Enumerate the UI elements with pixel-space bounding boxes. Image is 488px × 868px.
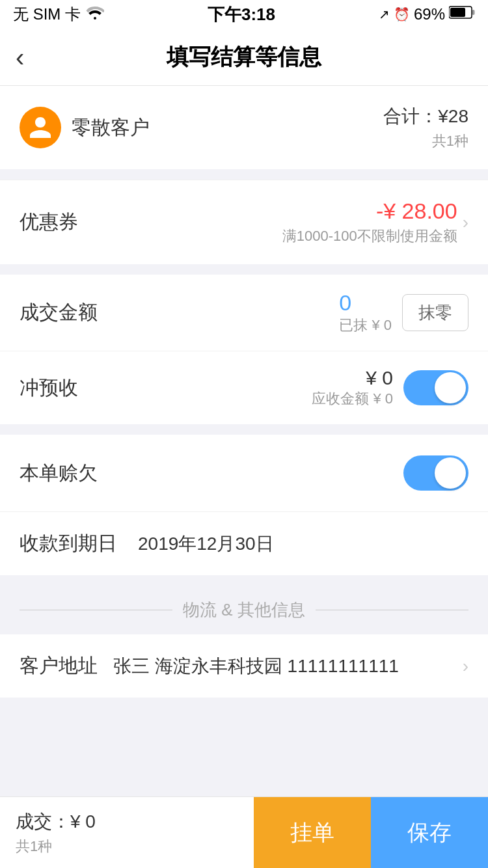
customer-count: 共1种 xyxy=(383,131,468,151)
advance-toggle[interactable] xyxy=(403,370,468,405)
content-area: 零散客户 合计：¥28 共1种 优惠券 -¥ 28.00 满1000-100不限… xyxy=(0,86,488,786)
page-title: 填写结算等信息 xyxy=(167,42,321,72)
customer-name: 零散客户 xyxy=(72,115,150,141)
status-left: 无 SIM 卡 xyxy=(13,4,104,25)
coupon-right: -¥ 28.00 满1000-100不限制使用金额 › xyxy=(282,198,468,246)
customer-card: 零散客户 合计：¥28 共1种 xyxy=(0,86,488,169)
round-zero-button[interactable]: 抹零 xyxy=(402,294,468,331)
avatar xyxy=(20,107,61,148)
battery-label: 69% xyxy=(414,5,445,23)
back-button[interactable]: ‹ xyxy=(16,44,24,70)
status-time: 下午3:18 xyxy=(208,3,275,26)
transaction-label: 成交金额 xyxy=(20,299,98,326)
bottom-deal: 成交：¥ 0 xyxy=(16,809,238,834)
network-label: 无 SIM 卡 xyxy=(13,4,81,25)
transaction-card: 成交金额 0 已抹 ¥ 0 抹零 冲预收 ¥ 0 应收金额 ¥ 0 xyxy=(0,275,488,424)
address-label: 客户地址 xyxy=(20,653,98,679)
due-date-value: 2019年12月30日 xyxy=(138,532,274,556)
coupon-card[interactable]: 优惠券 -¥ 28.00 满1000-100不限制使用金额 › xyxy=(0,180,488,264)
toggle-knob xyxy=(435,372,466,403)
bottom-buttons: 挂单 保存 xyxy=(254,797,488,868)
bottom-bar: 成交：¥ 0 共1种 挂单 保存 xyxy=(0,796,488,868)
address-value: 张三 海淀永丰科技园 11111111111 xyxy=(113,654,456,679)
location-icon: ↗ xyxy=(379,7,390,22)
advance-value: ¥ 0 xyxy=(312,367,393,389)
debt-toggle[interactable] xyxy=(403,455,468,491)
coupon-label: 优惠券 xyxy=(20,209,78,236)
wifi-icon xyxy=(86,5,104,23)
svg-rect-1 xyxy=(472,10,474,15)
customer-total: 合计：¥28 xyxy=(383,104,468,129)
customer-left: 零散客户 xyxy=(20,107,150,148)
customer-row: 零散客户 合计：¥28 共1种 xyxy=(0,86,488,169)
debt-label: 本单赊欠 xyxy=(20,460,98,487)
nav-bar: ‹ 填写结算等信息 xyxy=(0,29,488,86)
status-right: ↗ ⏰ 69% xyxy=(379,5,475,23)
coupon-chevron-icon: › xyxy=(463,212,468,233)
advance-right: ¥ 0 应收金额 ¥ 0 xyxy=(312,367,468,409)
battery-icon xyxy=(449,5,475,23)
address-chevron-icon: › xyxy=(463,656,468,677)
bottom-deal-label: 成交： xyxy=(16,811,70,832)
advance-label: 冲预收 xyxy=(20,375,78,401)
address-row[interactable]: 客户地址 张三 海淀永丰科技园 11111111111 › xyxy=(0,634,488,698)
customer-right: 合计：¥28 共1种 xyxy=(383,104,468,151)
transaction-right: 0 已抹 ¥ 0 抹零 xyxy=(339,290,468,335)
transaction-row: 成交金额 0 已抹 ¥ 0 抹零 xyxy=(0,275,488,351)
debt-toggle-knob xyxy=(435,457,466,489)
due-date-row: 收款到期日 2019年12月30日 xyxy=(0,511,488,575)
logistics-label: 物流 & 其他信息 xyxy=(172,599,316,621)
save-button[interactable]: 保存 xyxy=(371,797,488,868)
transaction-sub: 已抹 ¥ 0 xyxy=(339,316,392,335)
transaction-value: 0 xyxy=(339,290,392,316)
bottom-deal-amount: ¥ 0 xyxy=(70,811,96,832)
logistics-section: 物流 & 其他信息 xyxy=(0,586,488,634)
coupon-description: 满1000-100不限制使用金额 xyxy=(282,226,457,246)
advance-row: 冲预收 ¥ 0 应收金额 ¥ 0 xyxy=(0,351,488,424)
coupon-discount: -¥ 28.00 xyxy=(282,198,457,224)
advance-sub: 应收金额 ¥ 0 xyxy=(312,389,393,409)
debt-card: 本单赊欠 收款到期日 2019年12月30日 xyxy=(0,435,488,575)
hold-button[interactable]: 挂单 xyxy=(254,797,371,868)
bottom-info: 成交：¥ 0 共1种 xyxy=(0,809,254,856)
alarm-icon: ⏰ xyxy=(394,7,410,22)
bottom-count: 共1种 xyxy=(16,837,238,856)
svg-rect-2 xyxy=(450,8,465,17)
address-card[interactable]: 客户地址 张三 海淀永丰科技园 11111111111 › xyxy=(0,634,488,698)
debt-row: 本单赊欠 xyxy=(0,435,488,511)
due-date-label: 收款到期日 xyxy=(20,530,117,557)
coupon-row[interactable]: 优惠券 -¥ 28.00 满1000-100不限制使用金额 › xyxy=(0,180,488,264)
status-bar: 无 SIM 卡 下午3:18 ↗ ⏰ 69% xyxy=(0,0,488,29)
